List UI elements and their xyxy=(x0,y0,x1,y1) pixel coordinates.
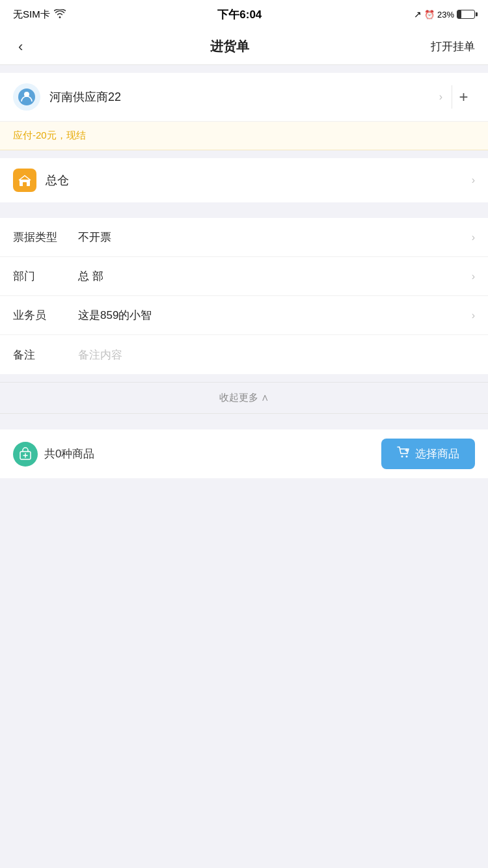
dept-label: 部门 xyxy=(13,269,65,284)
status-carrier: 无SIM卡 xyxy=(13,8,66,21)
supplier-chevron-icon: › xyxy=(439,91,442,103)
section-divider-2 xyxy=(0,150,488,158)
open-pending-button[interactable]: 打开挂单 xyxy=(431,39,475,54)
dept-row[interactable]: 部门 总 部 › xyxy=(0,257,488,296)
invoice-value: 不开票 xyxy=(65,230,472,245)
wifi-icon xyxy=(54,9,66,20)
form-section: 票据类型 不开票 › 部门 总 部 › 业务员 这是859的小智 › 备注 备注… xyxy=(0,210,488,374)
staff-chevron-icon: › xyxy=(472,310,475,321)
dept-chevron-icon: › xyxy=(472,271,475,282)
section-divider-3 xyxy=(0,210,488,218)
notice-row: 应付-20元，现结 xyxy=(0,122,488,150)
section-divider-4 xyxy=(0,414,488,422)
warehouse-row[interactable]: 总仓 › xyxy=(0,158,488,202)
select-product-button[interactable]: 选择商品 xyxy=(381,439,475,469)
status-right: ↗ ⏰ 23% xyxy=(414,9,475,20)
svg-rect-2 xyxy=(23,182,27,186)
nav-bar: ‹ 进货单 打开挂单 xyxy=(0,29,488,65)
product-count-section: 共0种商品 xyxy=(13,442,94,467)
warehouse-name: 总仓 xyxy=(46,172,472,188)
invoice-label: 票据类型 xyxy=(13,230,65,245)
staff-label: 业务员 xyxy=(13,308,65,323)
staff-value: 这是859的小智 xyxy=(65,308,472,323)
battery-percent: 23% xyxy=(437,10,454,20)
warehouse-icon xyxy=(13,169,36,192)
remark-input[interactable]: 备注内容 xyxy=(65,347,475,362)
status-bar: 无SIM卡 下午6:04 ↗ ⏰ 23% xyxy=(0,0,488,29)
supplier-name: 河南供应商22 xyxy=(49,89,439,105)
svg-point-4 xyxy=(401,455,403,457)
section-divider-1 xyxy=(0,65,488,73)
collapse-button[interactable]: 收起更多 ∧ xyxy=(0,382,488,414)
add-supplier-button[interactable]: + xyxy=(452,85,475,109)
supplier-row[interactable]: 河南供应商22 › + xyxy=(0,73,488,122)
back-button[interactable]: ‹ xyxy=(13,33,28,61)
product-count-icon xyxy=(13,442,38,467)
dept-value: 总 部 xyxy=(65,269,472,284)
cart-icon xyxy=(397,446,410,461)
select-product-label: 选择商品 xyxy=(415,446,459,461)
collapse-label: 收起更多 ∧ xyxy=(219,392,269,404)
remark-row[interactable]: 备注 备注内容 xyxy=(0,335,488,374)
bottom-bar: 共0种商品 选择商品 xyxy=(0,429,488,478)
warehouse-chevron-icon: › xyxy=(472,174,475,186)
carrier-text: 无SIM卡 xyxy=(13,8,50,21)
warehouse-section: 总仓 › xyxy=(0,158,488,202)
avatar-icon xyxy=(21,90,33,104)
status-time: 下午6:04 xyxy=(217,7,262,22)
product-count-label: 共0种商品 xyxy=(44,446,94,461)
alarm-icon: ⏰ xyxy=(424,10,435,20)
battery-icon xyxy=(457,10,475,19)
remark-label: 备注 xyxy=(13,347,65,362)
staff-row[interactable]: 业务员 这是859的小智 › xyxy=(0,296,488,335)
page-title: 进货单 xyxy=(210,38,249,55)
svg-point-5 xyxy=(406,455,408,457)
invoice-chevron-icon: › xyxy=(472,232,475,243)
invoice-row[interactable]: 票据类型 不开票 › xyxy=(0,218,488,257)
supplier-avatar xyxy=(13,83,40,111)
background-filler xyxy=(0,478,488,673)
supplier-section: 河南供应商22 › + 应付-20元，现结 xyxy=(0,73,488,150)
gps-icon: ↗ xyxy=(414,9,422,20)
avatar-inner xyxy=(18,88,35,105)
